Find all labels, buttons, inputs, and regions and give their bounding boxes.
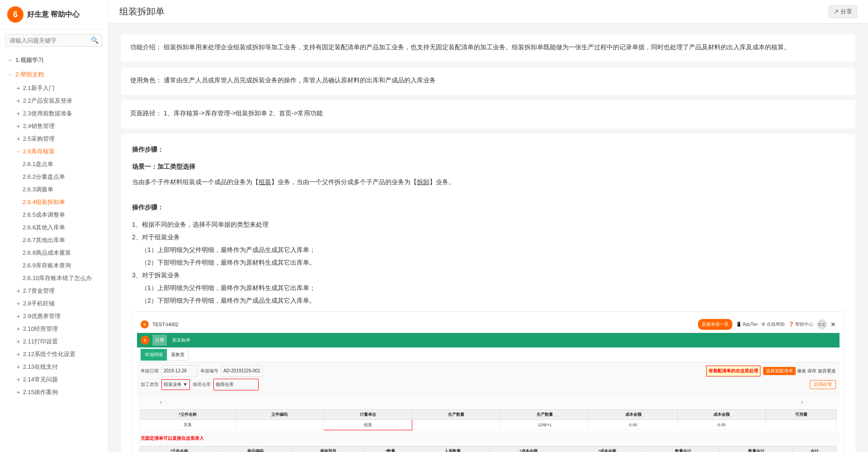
feature-intro-card: 功能介绍： 组装拆卸单用来处理企业组装或拆卸等加工业务，支持有固定装配清单的产品… [121, 34, 855, 62]
expand-icon: ＋ [7, 57, 13, 64]
mock-process-btn[interactable]: 启用处理 [810, 380, 836, 389]
sidebar-item-install[interactable]: ＋ 2.2产品安装及登录 [0, 95, 108, 107]
mock-toolbar-tabs: 本地明细 退换货 [137, 347, 840, 362]
logo-area: 6 好生意 帮助中心 [0, 0, 108, 29]
bcol-spec: 规格型号 [292, 446, 365, 452]
sidebar-item-other-out[interactable]: 2.6.7其他出库单 [0, 234, 108, 247]
sidebar-item-cost-recalc[interactable]: 2.6.8商品成本重算 [0, 247, 108, 259]
path-card: 页面路径： 1、库存核算->库存管理->组装拆卸单 2、首页->常用功能 [121, 100, 855, 128]
expand-icon-faq: ＋ [15, 376, 21, 383]
bcol-cost2: *成本金额 [568, 446, 646, 452]
cell-avail-val [766, 419, 837, 430]
expand-icon-finance: ＋ [15, 287, 21, 294]
sidebar-item-video[interactable]: ＋ 1.视频学习 [0, 53, 108, 67]
mock-form-row1: 单据日期 2019-12-26 单据编号 AD-20191226-001 有装配… [141, 365, 836, 377]
mock-nav-logo: 6 [141, 336, 150, 345]
expand-icon-customize: ＋ [15, 351, 21, 357]
mock-help-label: ⚙ 在线帮助 [761, 320, 785, 329]
mock-date-field: 2019-12-26 [161, 365, 198, 377]
search-box[interactable]: 🔍 [5, 34, 103, 47]
sidebar-item-faq[interactable]: ＋ 2.14常见问题 [0, 373, 108, 386]
cell-qty-detail: 12/6/+1 [500, 419, 589, 430]
bcol-qty: *数量 [365, 446, 416, 452]
mock-nav-bar: 6 自费 新采购单 [137, 333, 840, 347]
role-card: 使用角色： 通常由生产人员或库管人员完成拆装业务的操作，库管人员确认原材料的出库… [121, 67, 855, 95]
cell-cost-b: 0.00 [677, 419, 766, 430]
mock-bom-btn-area: 选择装配清单 修改 保存 放弃更改 [763, 366, 836, 376]
main-area: 组装拆卸单 ↗ 分享 功能介绍： 组装拆卸单用来处理企业组装或拆卸等加工业务，支… [108, 0, 868, 452]
sidebar-item-adjust[interactable]: 2.6.3调拨单 [0, 183, 108, 196]
sidebar-item-online-pay[interactable]: ＋ 2.13在线支付 [0, 361, 108, 373]
ops-title: 操作步骤： [132, 143, 844, 156]
step3: 3、对于拆装业务 [132, 269, 844, 281]
annotation-manual-entry: 无固定清单可以直接在这里录入 [141, 436, 204, 441]
share-button[interactable]: ↗ 分享 [829, 5, 857, 18]
mock-warehouse-field[interactable]: 领用仓库 [213, 379, 259, 390]
sidebar-item-sales[interactable]: ＋ 2.4销售管理 [0, 120, 108, 133]
expand-icon-coupon: ＋ [15, 313, 21, 319]
sidebar-item-stock[interactable]: － 2.6库存核算 [0, 145, 108, 158]
sidebar-item-assembly[interactable]: 2.6.4组装拆卸单 [0, 196, 108, 209]
sidebar-item-ops[interactable]: ＋ 2.10经营管理 [0, 323, 108, 335]
mock-tab-zifei[interactable]: 自费 [152, 335, 167, 346]
col-qty2: 生产数量 [500, 409, 589, 419]
mock-tab-purchase[interactable]: 新采购单 [170, 335, 193, 346]
sidebar-item-stocktake[interactable]: 2.6.1盘点单 [0, 158, 108, 171]
bcol-name: *子件名称 [140, 446, 219, 452]
sidebar-item-finance[interactable]: ＋ 2.7资金管理 [0, 285, 108, 297]
sidebar-item-customize[interactable]: ＋ 2.12系统个性化设置 [0, 348, 108, 361]
sidebar-item-purchase[interactable]: ＋ 2.5采购管理 [0, 133, 108, 145]
nav-section: ＋ 1.视频学习 － 2.帮助文档 ＋ 2.1新手入门 ＋ 2.2产品安装及登录… [0, 51, 108, 400]
expand-icon-mobile: ＋ [15, 300, 21, 307]
step2: 2、对于组装业务 [132, 231, 844, 243]
mock-appbar: 6 TEST-H002 新建单据一笔 📱 AppTao ⚙ 在线帮助 ❓ 帮助中… [137, 316, 840, 333]
scenario1-title: 场景一：加工类型选择 [132, 160, 844, 173]
sidebar-item-cases[interactable]: ＋ 2.15操作案例 [0, 386, 108, 399]
expand-icon-sales: ＋ [15, 123, 21, 129]
col-parent-name: *父件名称 [140, 409, 236, 419]
mock-date-label: 单据日期 [141, 366, 159, 376]
col-cost1: 成本金额 [589, 409, 678, 419]
mock-close-icon[interactable]: ✕ [830, 318, 836, 331]
search-icon[interactable]: 🔍 [91, 37, 99, 44]
sidebar-item-beginner[interactable]: ＋ 2.1新手入门 [0, 82, 108, 95]
step3-sub2: （2）下部明细为子件明细，最终作为产成品生成其它入库单。 [132, 294, 844, 307]
sidebar-item-stock-check[interactable]: 2.6.9库存账本查询 [0, 259, 108, 272]
search-input[interactable] [9, 37, 91, 44]
scenario1-desc: 当由多个子件材料组装成一个成品的业务为【组装】业务，当由一个父件拆分成多个子产品… [132, 176, 844, 188]
feature-intro-label: 功能介绍： [130, 43, 162, 51]
sidebar-item-partial[interactable]: 2.6.2分量盘点单 [0, 171, 108, 183]
sidebar-item-stock-error[interactable]: 2.6.10库存账本错了怎么办 [0, 272, 108, 285]
mock-type-select[interactable]: 组装业务 ▼ [161, 379, 190, 390]
role-text: 通常由生产人员或库管人员完成拆装业务的操作，库管人员确认原材料的出库和产成品的入… [164, 76, 436, 84]
bcol-cost1: *成本金额 [489, 446, 568, 452]
mock-new-btn[interactable]: 新建单据一笔 [698, 319, 732, 330]
mock-tab-refund[interactable]: 退换货 [167, 349, 189, 361]
feature-intro-text: 组装拆卸单用来处理企业组装或拆卸等加工业务，支持有固定装配清单的产品加工业务，也… [164, 43, 790, 51]
mock-code-label: 单据编号 [200, 366, 218, 376]
path-text: 1、库存核算->库存管理->组装拆卸单 2、首页->常用功能 [164, 109, 323, 117]
sidebar-item-prepare[interactable]: ＋ 2.3使用前数据准备 [0, 107, 108, 120]
step2-sub1: （1）上部明细为父件明细，最终作为产成品生成其它入库单； [132, 243, 844, 256]
sidebar-item-coupon[interactable]: ＋ 2.9优惠券管理 [0, 310, 108, 323]
bcol-inqty: 入库数量 [416, 446, 489, 452]
sidebar-item-docs[interactable]: － 2.帮助文档 [0, 67, 108, 82]
mock-tab-local[interactable]: 本地明细 [141, 349, 167, 361]
sidebar-item-print[interactable]: ＋ 2.11打印设置 [0, 335, 108, 348]
mock-type-label: 加工类型 [141, 380, 159, 389]
expand-icon-install: ＋ [15, 97, 21, 104]
sidebar-item-cost[interactable]: 2.6.5成本调整单 [0, 209, 108, 221]
mock-form-row2: 加工类型 组装业务 ▼ 领用仓库 领用仓库 启用处理 [141, 379, 836, 390]
cell-relation: 关系 [140, 419, 236, 430]
arrow-type: ↑ [160, 397, 162, 407]
sidebar-item-other-in[interactable]: 2.6.6其他入库单 [0, 221, 108, 234]
screenshot-inner: 6 TEST-H002 新建单据一笔 📱 AppTao ⚙ 在线帮助 ❓ 帮助中… [137, 316, 840, 452]
mock-select-bom-btn[interactable]: 选择装配清单 [763, 367, 796, 375]
mock-company: TEST-H002 [152, 319, 178, 329]
bcol-status: 数量合计 [720, 446, 793, 452]
sidebar-item-mobile[interactable]: ＋ 2.8手机旺铺 [0, 297, 108, 310]
expand-icon-cases: ＋ [15, 389, 21, 395]
mock-top-table: *父件名称 父件编码 计量单位 生产数量 生产数量 成本金额 成本金额 可用量 [140, 409, 837, 430]
topbar: 组装拆卸单 ↗ 分享 [108, 0, 868, 24]
annotation-spacer: ↑ ↑ [137, 394, 840, 407]
